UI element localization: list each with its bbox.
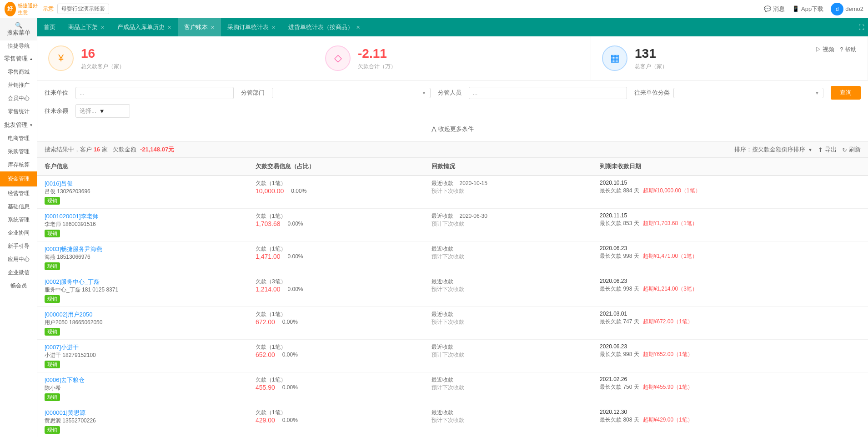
source-unit-input[interactable]: ... [75,87,234,99]
tab-home[interactable]: 首页 [37,18,62,36]
help-link[interactable]: ? 帮助 [840,45,857,54]
tab-product-history[interactable]: 产成品入库单历史 ✕ [111,18,178,36]
collapse-filters-btn[interactable]: ⋀ 收起更多条件 [45,122,861,136]
overdue-link-0[interactable]: 超期¥10,000.00（1笔） [643,187,701,195]
customer-name-1[interactable]: [0001020001]李老师 [45,212,241,221]
refresh-btn[interactable]: ↻ 刷新 [842,146,861,154]
search-button[interactable]: 查询 [831,86,861,100]
sort-select[interactable]: 排序：按欠款金额倒序排序 ▼ [734,146,813,154]
sidebar-item-retail-mall[interactable]: 零售商城 [0,65,37,79]
next-label-2: 预计下次收款 [431,253,585,261]
sidebar-item-inventory[interactable]: 库存核算 [0,158,37,171]
customer-name-4[interactable]: [000002]用户2050 [45,311,241,319]
tab-customer-account[interactable]: 客户账本 ✕ [178,18,221,36]
overdue-link-5[interactable]: 超期¥652.00（1笔） [643,351,693,358]
sidebar-quick-nav[interactable]: 快捷导航 [0,40,37,52]
sidebar-item-enterprise-collab[interactable]: 企业协同 [0,226,37,240]
debt-amount-3[interactable]: 1,214.00 [256,286,281,293]
stat-top-right-links: ▷ 视频 ? 帮助 [815,45,857,54]
unit-category-select[interactable]: ▼ [673,88,823,98]
sidebar-item-vip[interactable]: 畅会员 [0,279,37,292]
due-date-cell-5: 2020.06.23 最长欠款 998 天 超期¥652.00（1笔） [592,340,868,372]
sidebar-item-basic-info[interactable]: 基础信息 [0,200,37,213]
sidebar-item-retail-stats[interactable]: 零售统计 [0,105,37,118]
top-bar: 好 畅捷通好生意 示意 母婴行业演示账套 💬 消息 📱 App下载 d demo… [0,0,868,18]
minus-icon[interactable]: — [849,24,855,31]
video-link[interactable]: ▷ 视频 [815,45,835,54]
sidebar-item-retail-mgmt[interactable]: 零售管理 ▲ [0,52,37,65]
customer-name-7[interactable]: [000001]黄思源 [45,409,241,417]
sidebar-search[interactable]: 🔍 搜索菜单 [0,18,37,40]
sidebar-item-purchase-mgmt[interactable]: 采购管理 [0,145,37,158]
customer-phone-7: 黄思源 13552700226 [45,417,241,425]
sidebar-item-enterprise-wechat[interactable]: 企业微信 [0,266,37,279]
filter-group-balance: 往来余额 选择... ▼ [45,104,861,118]
maximize-icon[interactable]: ⛶ [858,24,864,31]
tab-close-5[interactable]: ✕ [356,25,360,30]
overdue-link-7[interactable]: 超期¥429.00（1笔） [643,416,693,424]
overdue-link-6[interactable]: 超期¥455.90（1笔） [643,383,693,391]
tab-close-2[interactable]: ✕ [167,25,171,30]
export-btn[interactable]: ⬆ 导出 [818,146,837,154]
chevron-up-icon: ⋀ [431,126,438,132]
debt-amount-7[interactable]: 429.00 [256,417,275,424]
customer-name-5[interactable]: [0007]小进干 [45,343,241,352]
sidebar-item-app-center[interactable]: 应用中心 [0,253,37,266]
tab-close-3[interactable]: ✕ [211,25,215,30]
debt-amount-4[interactable]: 672.00 [256,318,275,326]
tab-product-offshelve[interactable]: 商品上下架 ✕ [62,18,111,36]
overdue-days-3: 最长欠款 998 天 [600,285,639,293]
overdue-days-5: 最长欠款 998 天 [600,351,639,358]
message-btn[interactable]: 💬 消息 [764,5,785,13]
results-bar: 搜索结果中，客户 16 家 欠款金额 -21,148.07元 排序：按欠款金额倒… [37,142,868,158]
customer-name-2[interactable]: [0003]畅捷服务尹海燕 [45,245,241,253]
sidebar-item-new-guide[interactable]: 新手引导 [0,240,37,253]
customer-phone-0: 吕俊 13026203696 [45,188,241,196]
recent-label-2: 最近收款 [431,245,585,253]
system-name[interactable]: 母婴行业演示账套 [57,4,109,14]
debt-amount-6[interactable]: 455.90 [256,384,275,391]
debt-amount-5[interactable]: 652.00 [256,351,275,358]
debt-amount-2[interactable]: 1,471.00 [256,253,281,260]
sidebar-item-wholesale-mgmt[interactable]: 批发管理 ▼ [0,118,37,132]
customer-tag-6: 现销 [45,393,60,401]
overdue-days-2: 最长欠款 998 天 [600,252,639,260]
customer-name-0[interactable]: [0016]吕俊 [45,180,241,188]
debt-info-cell-0: 欠款（1笔） 10,000.00 0.00% [248,176,424,209]
customer-info-cell-1: [0001020001]李老师 李老师 18600391516 现销 [37,209,248,241]
table-container: 客户信息 欠款交易信息（占比） 回款情况 到期未收款日期 [0016]吕俊 吕俊… [37,158,868,437]
debt-amount-1[interactable]: 1,703.68 [256,220,281,227]
stat-icon-overdue-amount: ◇ [325,45,351,71]
customer-name-3[interactable]: [0002]服务中心_丁磊 [45,278,241,286]
due-date-4: 2021.03.01 [600,311,861,317]
overdue-link-2[interactable]: 超期¥1,471.00（1笔） [643,252,697,260]
tab-purchase-stats[interactable]: 采购订单统计表 ✕ [221,18,282,36]
customer-tag-0: 现销 [45,197,60,205]
tab-close-1[interactable]: ✕ [100,25,105,30]
customer-name-6[interactable]: [0006]去下粮仓 [45,376,241,384]
overdue-link-4[interactable]: 超期¥672.00（1笔） [643,318,693,326]
sidebar-item-finance-mgmt[interactable]: 资金管理 [0,171,37,187]
table-row: [0003]畅捷服务尹海燕 海燕 18513066976 现销 欠款（1笔） 1… [37,241,868,274]
overdue-link-1[interactable]: 超期¥1,703.68（1笔） [643,220,697,227]
sidebar-item-ecommerce[interactable]: 电商管理 [0,132,37,145]
refresh-icon: ↻ [842,146,847,153]
tab-import-stats[interactable]: 进货单统计表（按商品） ✕ [282,18,366,36]
balance-select[interactable]: 选择... ▼ [75,104,130,118]
customer-info-cell-2: [0003]畅捷服务尹海燕 海燕 18513066976 现销 [37,241,248,274]
sidebar-item-business-mgmt[interactable]: 经营管理 [0,187,37,200]
dept-select[interactable]: ▼ [272,88,430,98]
sidebar-item-member[interactable]: 会员中心 [0,92,37,105]
user-avatar-btn[interactable]: d demo2 [831,3,863,15]
top-right-area: 💬 消息 📱 App下载 d demo2 [764,3,863,15]
tab-close-4[interactable]: ✕ [271,25,276,30]
person-input[interactable]: ... [469,87,627,99]
table-row: [000002]用户2050 用户2050 18665062050 现销 欠款（… [37,307,868,340]
sidebar-item-marketing[interactable]: 营销推广 [0,79,37,92]
app-download-btn[interactable]: 📱 App下载 [792,5,823,13]
debt-amount-0[interactable]: 10,000.00 [256,187,284,195]
table-row: [0006]去下粮仓 陈小希 现销 欠款（1笔） 455.90 0.00% 最近… [37,372,868,405]
collection-cell-3: 最近收款 预计下次收款 [424,274,592,307]
overdue-link-3[interactable]: 超期¥1,214.00（3笔） [643,285,697,293]
sidebar-item-system-mgmt[interactable]: 系统管理 [0,213,37,226]
